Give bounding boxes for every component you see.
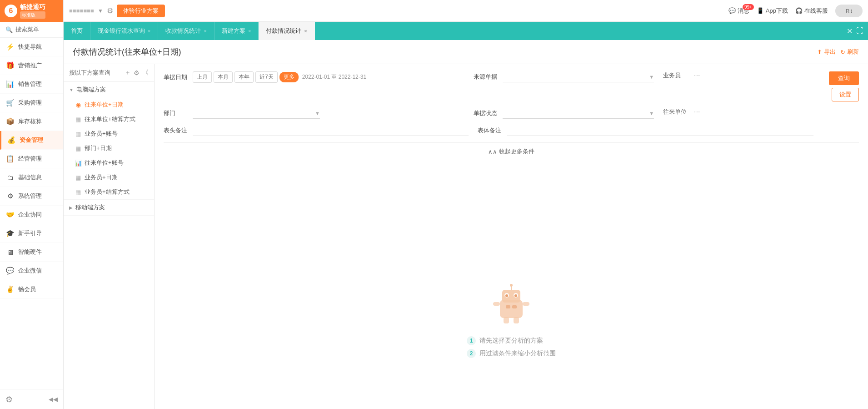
message-icon: 💬 [728, 7, 736, 14]
export-button[interactable]: ⬆ 导出 [817, 48, 836, 56]
tab-expand-icon[interactable]: ⛶ [856, 27, 863, 35]
header-settings-icon[interactable]: ⚙ [107, 6, 113, 15]
filter-row-3: 表头备注 表体备注 [164, 125, 859, 136]
search-menu[interactable]: 🔍 搜索菜单 [0, 22, 63, 38]
query-button[interactable]: 查询 [829, 71, 859, 85]
logo-icon: 6 [5, 5, 17, 17]
scheme-item-staff-settle[interactable]: ▦ 业务员+结算方式 [64, 185, 154, 199]
date-btn-last-month[interactable]: 上月 [193, 71, 212, 83]
collapse-filter-button[interactable]: ∧∧ 收起更多条件 [488, 147, 534, 156]
staff-account-icon: ▦ [75, 131, 82, 137]
tab-pay-stats[interactable]: 付款情况统计 × [259, 22, 314, 40]
sidebar-item-business[interactable]: 📋 经营管理 [0, 150, 63, 168]
scheme-item-staff-account[interactable]: ▦ 业务员+账号 [64, 126, 154, 141]
notifications-action[interactable]: 💬 消息 99 [728, 7, 749, 15]
tab-bar: 首页 现金银行流水查询 × 收款情况统计 × 新建方案 × 付款情况统计 × ✕… [64, 22, 868, 40]
user-avatar[interactable]: Rit [835, 5, 863, 17]
staff-label: 业务员 [663, 71, 688, 80]
sidebar-item-system[interactable]: ⚙ 系统管理 [0, 187, 63, 206]
header-note-input[interactable] [193, 125, 469, 136]
member-icon: ✌ [5, 285, 15, 294]
inventory-icon: 📦 [5, 117, 15, 126]
tab-bank-flow[interactable]: 现金银行流水查询 × [90, 22, 158, 40]
mobile-toggle-icon: ▶ [69, 205, 73, 210]
sidebar-item-weixin[interactable]: 💬 企业微信 [0, 262, 63, 280]
dept-select[interactable]: ▼ [193, 108, 320, 119]
sidebar-item-label: 智能硬件 [18, 248, 42, 256]
sidebar-item-label: 新手引导 [18, 229, 42, 237]
filter-collapse-row: ∧∧ 收起更多条件 [164, 142, 859, 160]
staff-dots[interactable]: ··· [694, 71, 700, 80]
download-icon: 📱 [757, 7, 764, 14]
sidebar-item-purchase[interactable]: 🛒 采购管理 [0, 94, 63, 112]
scheme-item-unit-date[interactable]: ◉ 往来单位+日期 [64, 97, 154, 112]
notification-badge: 99 [743, 4, 754, 10]
date-label: 单据日期 [164, 73, 189, 81]
app-download-action[interactable]: 📱 App下载 [757, 7, 788, 15]
sidebar-item-inventory[interactable]: 📦 库存核算 [0, 112, 63, 131]
filter-settings-button[interactable]: 设置 [832, 88, 859, 101]
dropdown-icon[interactable]: ▼ [98, 8, 103, 14]
svg-rect-13 [512, 305, 517, 308]
partner-dots[interactable]: ··· [694, 108, 700, 116]
scheme-panel-header: 按以下方案查询 ＋ ⚙ 《 [64, 64, 154, 82]
sidebar-item-guide[interactable]: 🎓 新手引导 [0, 224, 63, 243]
sidebar-item-basic-info[interactable]: 🗂 基础信息 [0, 168, 63, 187]
tab-close-bank-flow[interactable]: × [148, 28, 150, 34]
tab-new-scheme[interactable]: 新建方案 × [215, 22, 259, 40]
tip-num-1: 1 [467, 336, 476, 345]
sidebar-item-marketing[interactable]: 🎁 营销推广 [0, 56, 63, 75]
sidebar-item-label: 采购管理 [18, 99, 42, 107]
date-btn-this-month[interactable]: 本月 [214, 71, 233, 83]
trial-button[interactable]: 体验行业方案 [117, 5, 165, 17]
refresh-button[interactable]: ↻ 刷新 [840, 48, 859, 56]
scheme-item-staff-date[interactable]: ▦ 业务员+日期 [64, 170, 154, 185]
sidebar-item-label: 销售管理 [18, 80, 42, 88]
scheme-add-icon[interactable]: ＋ [125, 69, 131, 77]
tab-close-pay-stats[interactable]: × [304, 28, 307, 34]
sidebar-item-hardware[interactable]: 🖥 智能硬件 [0, 243, 63, 262]
date-range: 2022-01-01 至 2022-12-31 [302, 73, 366, 81]
company-name: ■■■■■■■ [69, 7, 94, 14]
date-btn-more[interactable]: 更多 [279, 72, 299, 82]
tab-close-payment[interactable]: × [204, 28, 206, 34]
source-select[interactable]: ▼ [503, 71, 654, 82]
sidebar-item-sales[interactable]: 📊 销售管理 [0, 75, 63, 94]
dept-arrow-icon: ▼ [315, 111, 320, 116]
settings-bottom-icon[interactable]: ⚙ [5, 394, 13, 404]
sidebar-item-member[interactable]: ✌ 畅会员 [0, 280, 63, 299]
scheme-collapse-icon[interactable]: 《 [142, 69, 149, 77]
filter-actions: 查询 设置 [823, 71, 859, 101]
mobile-group-label: 移动端方案 [75, 203, 105, 212]
date-btn-this-year[interactable]: 本年 [234, 71, 254, 83]
sidebar-item-label: 畅会员 [18, 285, 36, 293]
filter-dept-item: 部门 ▼ [164, 108, 464, 119]
scheme-item-dept-date[interactable]: ▦ 部门+日期 [64, 141, 154, 156]
tab-close-new-scheme[interactable]: × [248, 28, 251, 34]
pc-group-label: 电脑端方案 [76, 86, 106, 94]
sidebar-item-cooperation[interactable]: 🤝 企业协同 [0, 206, 63, 224]
sidebar-item-quick-nav[interactable]: ⚡ 快捷导航 [0, 38, 63, 56]
body-note-input[interactable] [507, 125, 813, 136]
tab-close-all-icon[interactable]: ✕ [847, 27, 853, 35]
doc-status-select[interactable]: ▼ [503, 108, 654, 119]
sidebar-item-finance[interactable]: 💰 资金管理 [0, 131, 63, 150]
scheme-item-label: 往来单位+日期 [85, 101, 124, 109]
scheme-item-label: 业务员+日期 [85, 173, 118, 182]
scheme-group-mobile-header[interactable]: ▶ 移动端方案 [64, 200, 154, 215]
finance-icon: 💰 [7, 136, 16, 145]
scheme-settings-icon[interactable]: ⚙ [134, 69, 140, 76]
weixin-icon: 💬 [5, 266, 15, 275]
online-service-action[interactable]: 🎧 在线客服 [795, 7, 828, 15]
tab-home[interactable]: 首页 [64, 22, 90, 40]
collapse-sidebar-icon[interactable]: ◀◀ [49, 396, 58, 403]
sidebar-logo: 6 畅捷通巧 标准版 [0, 0, 63, 22]
scheme-item-unit-account[interactable]: 📊 往来单位+账号 [64, 156, 154, 170]
scheme-group-pc-header[interactable]: ▼ 电脑端方案 [64, 82, 154, 97]
filter-row-1: 单据日期 上月 本月 本年 近7天 更多 2022-01-01 至 2022-1… [164, 71, 859, 101]
collapse-up-icon: ∧∧ [488, 148, 497, 155]
header-note-label: 表头备注 [164, 126, 189, 135]
tab-payment-stats[interactable]: 收款情况统计 × [158, 22, 214, 40]
date-btn-last-7[interactable]: 近7天 [255, 71, 278, 83]
scheme-item-unit-settle[interactable]: ▦ 往来单位+结算方式 [64, 112, 154, 126]
